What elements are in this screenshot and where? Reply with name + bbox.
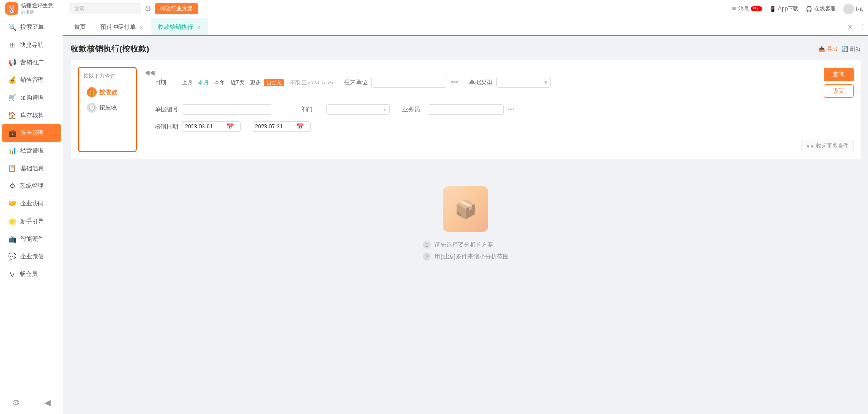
refresh-button[interactable]: 🔄 刷新 — [841, 45, 861, 53]
close-window-icon[interactable]: ✕ — [847, 23, 853, 30]
industry-button[interactable]: 体验行业方案 — [155, 3, 198, 14]
main-layout: 🔍搜索菜单⊞快捷导航📢营销推广💰销售管理🛒采购管理🏠库存核算💼资金管理📊经营管理… — [0, 18, 868, 414]
date-tabs: 上月 本月 本年 近7天 更多 自定义 — [180, 78, 284, 87]
sidebar-item-inventory[interactable]: 🏠库存核算 — [2, 107, 61, 124]
tab-label-home: 首页 — [74, 23, 86, 31]
verify-date-range: 📅 — 📅 — [182, 121, 311, 132]
sidebar-item-sales[interactable]: 💰销售管理 — [2, 71, 61, 89]
sidebar-bottom: ⚙ ◀ — [0, 391, 63, 414]
sidebar-item-search[interactable]: 🔍搜索菜单 — [2, 19, 61, 36]
filter-option-by-receivable[interactable]: 🕐 按应收 — [83, 100, 131, 115]
refresh-icon: 🔄 — [841, 46, 848, 52]
date-tab-curr-month[interactable]: 本月 — [196, 78, 211, 87]
sidebar-label-search: 搜索菜单 — [20, 23, 44, 31]
filter-collapse-btn[interactable]: ◀◀ — [145, 67, 155, 152]
tab-items: 首页预付冲应付单✕收款核销执行✕ — [67, 18, 208, 35]
date-tab-prev-month[interactable]: 上月 — [180, 78, 194, 87]
sidebar-collapse-icon[interactable]: ◀ — [42, 395, 53, 410]
verify-date-end-icon[interactable]: 📅 — [297, 123, 304, 130]
avatar — [843, 4, 854, 14]
empty-illustration: 📦 — [443, 186, 488, 232]
filter-panel: 按以下方查询 💰 按收款 🕐 按应收 ◀◀ — [71, 60, 861, 159]
sidebar-item-wechat[interactable]: 💬企业微信 — [2, 248, 61, 265]
sidebar-item-finance[interactable]: 💼资金管理 — [2, 124, 61, 142]
date-custom-badge[interactable]: 自定义 — [264, 79, 284, 86]
filter-field-date: 日期 上月 本月 本年 近7天 更多 自定义 — [155, 78, 333, 87]
counterpart-input[interactable] — [371, 77, 447, 88]
logo-area: 🐰 畅捷通好生意 标准版 — [5, 2, 69, 15]
date-tab-more[interactable]: 更多 — [248, 78, 263, 87]
tab-receipt-verify[interactable]: 收款核销执行✕ — [151, 18, 208, 35]
export-button[interactable]: 📤 导出 — [818, 45, 838, 53]
query-button[interactable]: 查询 — [824, 68, 854, 81]
doc-num-input[interactable] — [182, 104, 272, 115]
message-label: 消息 — [738, 5, 749, 13]
sidebar-label-inventory: 库存核算 — [20, 111, 44, 119]
sidebar-label-member: 畅会员 — [20, 270, 38, 278]
sidebar-items: 🔍搜索菜单⊞快捷导航📢营销推广💰销售管理🛒采购管理🏠库存核算💼资金管理📊经营管理… — [0, 18, 63, 283]
tab-close-receipt-verify[interactable]: ✕ — [197, 24, 201, 30]
sidebar-settings-icon[interactable]: ⚙ — [9, 395, 22, 410]
page-content: 收款核销执行(按收款) 📤 导出 🔄 刷新 按以下方查询 — [63, 36, 868, 414]
dept-label: 部门 — [301, 105, 323, 114]
header-right: ✉ 消息 99+ 📱 App下载 🎧 在线客服 Rit — [732, 4, 863, 14]
counterpart-dots[interactable]: ••• — [451, 78, 458, 86]
doc-type-select[interactable] — [496, 77, 551, 88]
sidebar-label-system: 系统管理 — [20, 182, 43, 190]
sidebar-item-operation[interactable]: 📊经营管理 — [2, 142, 61, 159]
verify-date-start-input[interactable] — [185, 124, 225, 130]
maximize-icon[interactable]: ⛶ — [856, 23, 863, 30]
sidebar-item-member[interactable]: V畅会员 — [2, 266, 61, 283]
user-info[interactable]: Rit — [843, 4, 863, 14]
sidebar-item-hardware[interactable]: 📺智能硬件 — [2, 230, 61, 247]
tab-label-prepay: 预付冲应付单 — [100, 23, 136, 31]
gear-icon[interactable]: ⚙ — [145, 5, 151, 13]
date-tab-year[interactable]: 本年 — [212, 78, 227, 87]
sidebar-item-basic[interactable]: 📋基础信息 — [2, 160, 61, 177]
app-name: 畅捷通好生意 — [21, 2, 53, 9]
dept-select-wrap: ▼ — [326, 104, 390, 115]
date-range-separator: — — [243, 123, 249, 130]
dept-select[interactable] — [326, 104, 390, 115]
sidebar-icon-finance: 💼 — [8, 129, 17, 137]
salesman-dots[interactable]: ••• — [507, 105, 515, 114]
online-service-item[interactable]: 🎧 在线客服 — [806, 5, 836, 13]
sidebar-icon-hardware: 📺 — [8, 235, 17, 243]
app-badge: 标准版 — [21, 9, 53, 15]
tab-close-prepay[interactable]: ✕ — [139, 24, 143, 30]
top-header: 🐰 畅捷通好生意 标准版 搜索 ⚙ 体验行业方案 ✉ 消息 99+ 📱 App下… — [0, 0, 868, 18]
sidebar-item-enterprise[interactable]: 🤝企业协同 — [2, 195, 61, 212]
filter-field-verify-date: 核销日期 📅 — 📅 — [155, 121, 311, 132]
page-title-row: 收款核销执行(按收款) 📤 导出 🔄 刷新 — [71, 43, 861, 54]
sidebar-label-hardware: 智能硬件 — [20, 235, 44, 243]
verify-date-start-icon[interactable]: 📅 — [226, 123, 234, 130]
sidebar-item-purchase[interactable]: 🛒采购管理 — [2, 89, 61, 106]
logo-text-area: 畅捷通好生意 标准版 — [21, 2, 53, 15]
empty-state: 📦 1 请先选择要分析的方案 2 用[过滤]条件来缩小分析范围 — [71, 186, 861, 261]
filter-field-dept: 部门 ▼ — [301, 104, 392, 115]
filter-option-by-receipt[interactable]: 💰 按收款 — [83, 85, 131, 100]
sidebar-item-guide[interactable]: 🌟新手引导 — [2, 213, 61, 230]
message-item[interactable]: ✉ 消息 99+ — [732, 5, 762, 13]
filter-row-3: 核销日期 📅 — 📅 — [155, 121, 854, 132]
page-title: 收款核销执行(按收款) — [71, 43, 149, 54]
salesman-label: 业务员 — [402, 105, 424, 114]
empty-num-2: 2 — [423, 252, 431, 261]
sidebar-icon-enterprise: 🤝 — [8, 200, 17, 208]
tab-prepay[interactable]: 预付冲应付单✕ — [93, 18, 151, 35]
tab-home[interactable]: 首页 — [67, 18, 93, 35]
sidebar-icon-basic: 📋 — [8, 164, 17, 172]
collapse-conditions-btn[interactable]: ∧∧ 收起更多条件 — [801, 140, 854, 152]
date-tab-7days[interactable]: 近7天 — [229, 78, 246, 87]
settings-button[interactable]: 设置 — [824, 84, 854, 98]
empty-hint-1: 1 请先选择要分析的方案 — [423, 241, 508, 249]
verify-date-end-input[interactable] — [255, 124, 295, 130]
sidebar-item-quick[interactable]: ⊞快捷导航 — [2, 36, 61, 53]
filter-option-by-receipt-label: 按收款 — [99, 88, 117, 96]
filter-row-2: 单据编号 部门 ▼ — [155, 104, 854, 115]
app-download-item[interactable]: 📱 App下载 — [769, 5, 798, 13]
sidebar-item-marketing[interactable]: 📢营销推广 — [2, 54, 61, 71]
salesman-input[interactable] — [428, 104, 504, 115]
filter-field-doc-num: 单据编号 — [155, 104, 290, 115]
sidebar-item-system[interactable]: ⚙系统管理 — [2, 177, 61, 195]
